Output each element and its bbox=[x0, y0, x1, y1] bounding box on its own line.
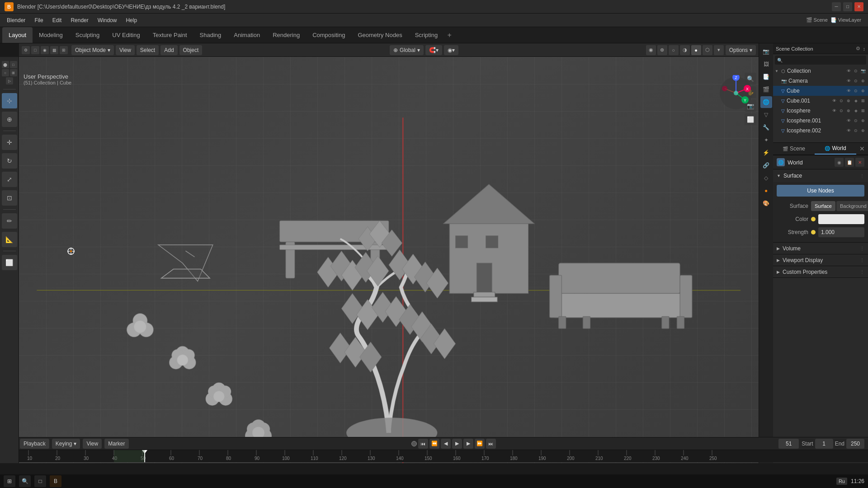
tab-sculpting[interactable]: Sculpting bbox=[69, 27, 106, 43]
rotate-tool[interactable]: ↻ bbox=[2, 153, 17, 169]
data-props-icon[interactable]: ◇ bbox=[760, 172, 772, 184]
timeline-view-menu[interactable]: View bbox=[83, 439, 102, 449]
tab-rendering[interactable]: Rendering bbox=[266, 27, 306, 43]
prev-frame-btn[interactable]: ◀ bbox=[441, 439, 451, 449]
select-menu[interactable]: Select bbox=[137, 45, 159, 55]
menu-edit[interactable]: Edit bbox=[48, 16, 66, 25]
render-props-icon[interactable]: 📷 bbox=[760, 46, 772, 57]
menu-file[interactable]: File bbox=[30, 16, 47, 25]
viewport-display-section[interactable]: ▶ Viewport Display ⋮ bbox=[773, 254, 868, 266]
tab-scripting[interactable]: Scripting bbox=[409, 27, 444, 43]
jump-end-btn[interactable]: ⏭ bbox=[486, 439, 496, 449]
add-cube-tool[interactable]: ⬜ bbox=[2, 255, 17, 270]
vis-btn-col[interactable]: 👁 bbox=[845, 68, 852, 74]
color-swatch[interactable] bbox=[818, 214, 864, 224]
view-menu[interactable]: View bbox=[116, 45, 135, 55]
object-menu[interactable]: Object bbox=[179, 45, 203, 55]
tab-geometry-nodes[interactable]: Geometry Nodes bbox=[351, 27, 408, 43]
mode-icon-5[interactable]: ▷ bbox=[6, 77, 13, 84]
tab-compositing[interactable]: Compositing bbox=[306, 27, 351, 43]
outliner-sort-btn[interactable]: ↕ bbox=[863, 46, 866, 52]
scene-selector[interactable]: 🎬 Scene bbox=[806, 17, 828, 23]
outliner-camera[interactable]: 📷 Camera 👁 ⊙ ⊕ bbox=[773, 76, 868, 86]
select-tool[interactable]: ⊹ bbox=[2, 93, 17, 108]
outliner-filter-btn[interactable]: ⚙ bbox=[856, 46, 860, 52]
tab-modeling[interactable]: Modeling bbox=[33, 27, 69, 43]
surface-tab-btn[interactable]: Surface bbox=[811, 201, 835, 211]
move-tool[interactable]: ✛ bbox=[2, 135, 17, 150]
menu-blender[interactable]: Blender bbox=[2, 16, 30, 25]
world-prop-btn3[interactable]: ✕ bbox=[855, 158, 864, 167]
local-view-btn[interactable]: ⬜ bbox=[745, 113, 756, 125]
next-frame-btn[interactable]: ▶ bbox=[463, 439, 473, 449]
maximize-button[interactable]: □ bbox=[843, 2, 852, 11]
tab-texture-paint[interactable]: Texture Paint bbox=[146, 27, 193, 43]
modifier-props-icon[interactable]: 🔧 bbox=[760, 122, 772, 133]
scene-props-icon[interactable]: 🎬 bbox=[760, 84, 772, 95]
physics-props-icon[interactable]: ⚡ bbox=[760, 147, 772, 159]
tab-shading[interactable]: Shading bbox=[193, 27, 228, 43]
tab-uv-editing[interactable]: UV Editing bbox=[106, 27, 146, 43]
transform-tool[interactable]: ⊡ bbox=[2, 190, 17, 206]
annotate-tool[interactable]: ✏ bbox=[2, 213, 17, 229]
surface-menu-btn[interactable]: ⋮ bbox=[860, 174, 864, 178]
viewlayer-selector[interactable]: 📑 ViewLayer bbox=[830, 17, 861, 23]
shading-mode-3[interactable]: ● bbox=[691, 45, 701, 55]
cp-menu-icon[interactable]: ⋮ bbox=[860, 269, 864, 274]
mode-icon-3[interactable]: ○ bbox=[2, 69, 9, 76]
menu-window[interactable]: Window bbox=[93, 16, 122, 25]
outliner-icosphere001[interactable]: ▽ Icosphere.001 👁 ⊙ ⊕ bbox=[773, 116, 868, 126]
next-keyframe-btn[interactable]: ⏩ bbox=[475, 439, 485, 449]
viewlayer-props-icon[interactable]: 📑 bbox=[760, 71, 772, 83]
use-nodes-button[interactable]: Use Nodes bbox=[777, 185, 864, 197]
search-button[interactable]: 🔍 bbox=[19, 475, 31, 487]
world-prop-btn2[interactable]: 📋 bbox=[845, 158, 854, 167]
shading-mode-1[interactable]: ○ bbox=[669, 45, 679, 55]
background-tab-btn[interactable]: Background bbox=[836, 201, 868, 211]
add-workspace-button[interactable]: + bbox=[444, 30, 455, 41]
proportional-edit-btn[interactable]: ◉▾ bbox=[444, 45, 458, 55]
playback-menu[interactable]: Playback bbox=[20, 439, 49, 449]
task-view-btn[interactable]: □ bbox=[34, 475, 46, 487]
volume-section[interactable]: ▶ Volume ⋮ bbox=[773, 243, 868, 254]
world-prop-btn1[interactable]: ◉ bbox=[835, 158, 844, 167]
viewport-icon-5[interactable]: ⊞ bbox=[60, 46, 68, 54]
language-indicator[interactable]: Ru bbox=[836, 478, 847, 485]
menu-help[interactable]: Help bbox=[121, 16, 142, 25]
cursor-tool[interactable]: ⊕ bbox=[2, 112, 17, 127]
outliner-cube[interactable]: ▽ Cube 👁 ⊙ ⊕ bbox=[773, 86, 868, 96]
mode-icon-1[interactable]: ⬤ bbox=[2, 61, 9, 68]
world-props-icon[interactable]: 🌐 bbox=[760, 96, 772, 108]
play-btn[interactable]: ▶ bbox=[452, 439, 462, 449]
vd-menu-icon[interactable]: ⋮ bbox=[860, 258, 864, 263]
surface-section-header[interactable]: ▼ Surface ⋮ bbox=[773, 169, 868, 182]
viewport-icon-1[interactable]: ⚙ bbox=[22, 46, 30, 54]
blender-taskbar-btn[interactable]: B bbox=[50, 475, 61, 487]
scale-tool[interactable]: ⤢ bbox=[2, 172, 17, 187]
shading-mode-5[interactable]: ▾ bbox=[714, 45, 724, 55]
marker-menu[interactable]: Marker bbox=[104, 439, 128, 449]
start-button[interactable]: ⊞ bbox=[4, 475, 15, 487]
particles-props-icon[interactable]: ✦ bbox=[760, 134, 772, 146]
volume-menu-icon[interactable]: ⋮ bbox=[860, 246, 864, 251]
keying-menu[interactable]: Keying ▾ bbox=[52, 439, 80, 449]
snap-btn[interactable]: 🧲▾ bbox=[425, 45, 442, 55]
prev-keyframe-btn[interactable]: ⏪ bbox=[429, 439, 439, 449]
outliner-cube001[interactable]: ▽ Cube.001 👁 ⊙ ⊕ ◈ ⊠ bbox=[773, 96, 868, 106]
jump-start-btn[interactable]: ⏮ bbox=[418, 439, 428, 449]
object-props-icon[interactable]: ▽ bbox=[760, 109, 772, 121]
viewport-icon-2[interactable]: □ bbox=[31, 46, 39, 54]
tab-animation[interactable]: Animation bbox=[227, 27, 266, 43]
viewport-icon-4[interactable]: ▦ bbox=[50, 46, 58, 54]
start-frame-input[interactable]: 1 bbox=[815, 439, 833, 449]
measure-tool[interactable]: 📐 bbox=[2, 232, 17, 247]
output-props-icon[interactable]: 🖼 bbox=[760, 58, 772, 70]
current-frame-display[interactable]: 51 bbox=[778, 439, 799, 449]
object-mode-dropdown[interactable]: Object Mode ▾ bbox=[71, 45, 114, 55]
close-world-btn[interactable]: ✕ bbox=[856, 143, 868, 155]
mode-icon-2[interactable]: □ bbox=[10, 61, 17, 68]
sel-btn-col[interactable]: ⊙ bbox=[853, 68, 859, 74]
options-btn[interactable]: Options ▾ bbox=[726, 45, 756, 55]
viewport-icon-3[interactable]: ◉ bbox=[41, 46, 49, 54]
mode-icon-4[interactable]: ⊞ bbox=[10, 69, 17, 76]
